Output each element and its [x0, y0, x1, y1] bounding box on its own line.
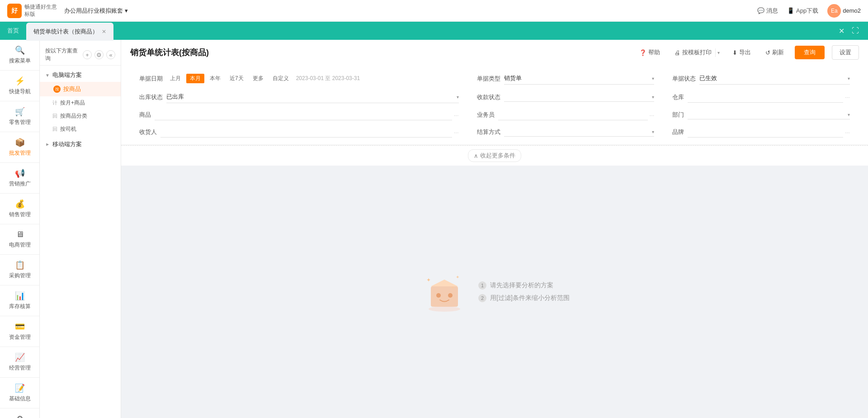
product-input[interactable]	[155, 109, 452, 120]
megaphone-icon: 📢	[2, 168, 38, 178]
refresh-btn[interactable]: ↺ 刷新	[762, 47, 788, 58]
warehouse-dots-icon[interactable]: ···	[845, 94, 850, 100]
settings-scheme-btn[interactable]: ⚙	[94, 50, 104, 59]
logo-text: 畅捷通好生意 标版	[24, 4, 57, 18]
template-selector[interactable]: 办公用品行业模拟账套 ▾	[61, 5, 132, 17]
settlement-select[interactable]: ▾	[504, 128, 655, 137]
sidebar-item-wholesale[interactable]: 📦 批发管理	[0, 132, 39, 163]
page-toolbar: ❓ 帮助 🖨 按模板打印 ▾ ⬇ 导出	[636, 45, 859, 60]
doc-type-arrow-icon: ▾	[652, 76, 654, 81]
monitor-icon: 🖥	[2, 230, 38, 239]
chart-icon: 📊	[2, 291, 38, 301]
settlement-arrow-icon: ▾	[652, 129, 654, 134]
warehouse-out-select[interactable]: 已出库 ▾	[166, 91, 459, 103]
sidebar-item-ecommerce[interactable]: 🖥 电商管理	[0, 224, 39, 255]
logo-area: 好 畅捷通好生意 标版	[7, 4, 57, 18]
sidebar-item-finance[interactable]: 💳 资金管理	[0, 316, 39, 347]
mobile-section-title[interactable]: ▼ 移动端方案	[40, 138, 121, 151]
tab-home[interactable]: 首页	[0, 22, 26, 40]
header-left: 好 畅捷通好生意 标版 办公用品行业模拟账套 ▾	[7, 4, 132, 18]
department-label: 部门	[672, 111, 684, 119]
collapse-icon: ∧	[474, 152, 478, 159]
warehouse-label: 仓库	[672, 93, 684, 101]
tip-num-2: 2	[478, 294, 486, 302]
department-arrow-icon: ▾	[848, 112, 850, 117]
salesperson-dots-icon[interactable]: ···	[650, 112, 655, 119]
brand-dots-icon[interactable]: ···	[845, 129, 850, 136]
collapse-btn[interactable]: ∧ 收起更多条件	[468, 149, 521, 162]
help-btn[interactable]: ❓ 帮助	[636, 47, 664, 58]
card-icon: 💳	[2, 322, 38, 332]
filter-receipt-status: 收款状态 ▾	[477, 93, 655, 102]
sidebar-item-purchase[interactable]: 📋 采购管理	[0, 255, 39, 285]
filter-warehouse: 仓库 ···	[672, 92, 850, 103]
receiver-dots-icon[interactable]: ···	[454, 129, 459, 136]
mobile-scheme-section: ▼ 移动端方案	[40, 138, 121, 151]
product-dots-icon[interactable]: ···	[454, 112, 459, 119]
tab-fullscreen-icon[interactable]: ⛶	[850, 25, 861, 37]
filter-row-3: 商品 ··· 业务员 ··· 部门	[139, 109, 850, 120]
export-btn[interactable]: ⬇ 导出	[729, 47, 755, 58]
category-icon: 回	[52, 113, 57, 119]
tab-close-icon[interactable]: ✕	[102, 28, 106, 35]
collapse-panel-btn[interactable]: «	[106, 50, 115, 59]
brand-label: 品牌	[672, 128, 684, 136]
settings-btn[interactable]: 设置	[832, 45, 859, 60]
pc-section-title[interactable]: ▼ 电脑端方案	[40, 68, 121, 82]
svg-point-4	[448, 293, 453, 298]
print-btn-group: 🖨 按模板打印 ▾	[671, 47, 722, 58]
scheme-by-printer[interactable]: 回 按司机	[40, 123, 121, 136]
filter-department: 部门 ▾	[672, 110, 850, 119]
top-header: 好 畅捷通好生意 标版 办公用品行业模拟账套 ▾ 💬 消息 📱 App下载 Ea…	[0, 0, 868, 22]
sidebar-item-quick-nav[interactable]: ⚡ 快捷导航	[0, 71, 39, 101]
expand-arrow-icon: ▼	[45, 73, 50, 78]
receipt-status-select[interactable]: ▾	[504, 93, 655, 102]
filter-product: 商品 ···	[139, 109, 459, 120]
box-icon: 📦	[2, 138, 38, 147]
sidebar-item-system[interactable]: ⚙ 系统管理	[0, 408, 39, 418]
user-action[interactable]: Ea demo2	[827, 4, 861, 18]
scheme-by-product[interactable]: 按 按商品	[40, 82, 121, 96]
date-tab-this-year[interactable]: 本年	[206, 74, 224, 83]
date-tab-7days[interactable]: 近7天	[226, 74, 247, 83]
sidebar-item-marketing[interactable]: 📢 营销推广	[0, 163, 39, 194]
salesperson-input[interactable]	[498, 109, 648, 120]
doc-type-select[interactable]: 销货单 ▾	[504, 72, 655, 85]
tab-sales-stat[interactable]: 销货单统计表（按商品） ✕	[26, 23, 113, 41]
message-action[interactable]: 💬 消息	[757, 7, 778, 15]
scheme-by-category[interactable]: 回 按商品分类	[40, 109, 121, 123]
scheme-by-month-product[interactable]: 计 按月+商品	[40, 96, 121, 109]
sidebar-item-sales[interactable]: 💰 销售管理	[0, 194, 39, 224]
receiver-input[interactable]	[160, 127, 452, 138]
query-btn[interactable]: 查询	[795, 46, 825, 59]
note-icon: 📝	[2, 383, 38, 393]
print-btn[interactable]: 🖨 按模板打印	[671, 47, 715, 58]
export-icon: ⬇	[732, 49, 737, 56]
pc-scheme-section: ▼ 电脑端方案 按 按商品 计 按月+商品 回 按商品分类 回 按司机	[40, 68, 121, 136]
svg-text:✦: ✦	[426, 277, 431, 283]
clipboard-icon: 📋	[2, 260, 38, 270]
print-dropdown-btn[interactable]: ▾	[715, 48, 722, 57]
date-tab-last-month[interactable]: 上月	[166, 74, 184, 83]
app-download-action[interactable]: 📱 App下载	[787, 7, 818, 15]
message-icon: 💬	[757, 7, 764, 14]
sidebar-item-retail[interactable]: 🛒 零售管理	[0, 101, 39, 132]
add-scheme-btn[interactable]: +	[83, 50, 92, 59]
date-tab-custom[interactable]: 自定义	[269, 74, 292, 83]
warehouse-input[interactable]	[688, 92, 843, 103]
tab-close-window-icon[interactable]: ✕	[837, 25, 846, 37]
sidebar-item-search-menu[interactable]: 🔍 搜索菜单	[0, 40, 39, 71]
doc-status-label: 单据状态	[672, 75, 696, 83]
receipt-status-arrow-icon: ▾	[652, 95, 654, 100]
date-tab-more[interactable]: 更多	[249, 74, 267, 83]
sidebar-item-inventory[interactable]: 📊 库存核算	[0, 285, 39, 316]
department-select[interactable]: ▾	[688, 110, 850, 119]
doc-status-select[interactable]: 已生效 ▾	[699, 72, 850, 85]
date-tab-this-month[interactable]: 本月	[186, 74, 204, 83]
empty-tips: 1 请先选择要分析的方案 2 用[过滤]条件来缩小分析范围	[478, 281, 570, 302]
brand-input[interactable]	[688, 127, 843, 138]
svg-point-0	[429, 306, 460, 312]
filter-row-4: 收货人 ··· 结算方式 ▾	[139, 127, 850, 138]
sidebar-item-basic[interactable]: 📝 基础信息	[0, 378, 39, 408]
sidebar-item-operation[interactable]: 📈 经营管理	[0, 347, 39, 378]
